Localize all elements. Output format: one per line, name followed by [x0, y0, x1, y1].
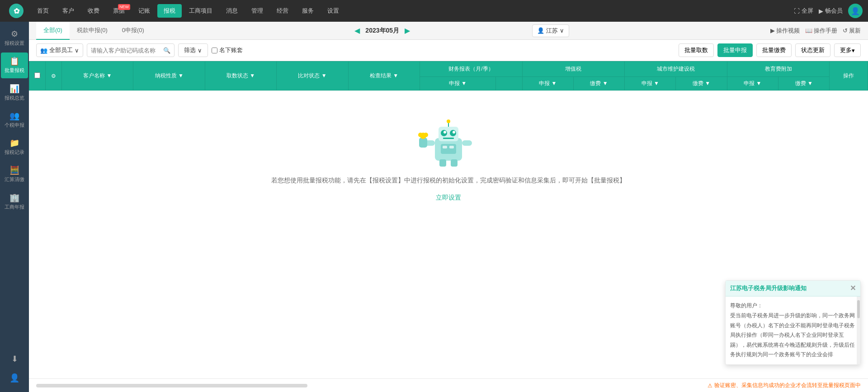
notification-scrollbar[interactable] [857, 296, 860, 364]
date-next-button[interactable]: ▶ [403, 24, 412, 37]
sort-icon-4[interactable]: ▼ [321, 72, 327, 79]
person-icon: 👤 [537, 27, 544, 34]
sort-icon-3[interactable]: ▼ [250, 72, 255, 79]
checkbox-label-subaccount[interactable]: 名下账套 [212, 46, 243, 54]
nav-invoice[interactable]: 票据 NEW [107, 4, 131, 18]
sidebar-label-batch-tax: 批量报税 [5, 67, 24, 73]
fullscreen-icon: ⛶ [794, 8, 800, 14]
operation-video-button[interactable]: ▶ 操作视频 [770, 27, 800, 35]
sidebar-item-batch-tax[interactable]: 📋 批量报税 [1, 53, 28, 78]
sort-icon-8[interactable]: ▼ [603, 80, 608, 86]
sort-icon-5[interactable]: ▼ [393, 72, 398, 79]
sidebar-item-tax-records[interactable]: 📁 报税记录 [1, 134, 28, 160]
nav-service[interactable]: 服务 [296, 4, 320, 18]
tab-tax-declaration[interactable]: 税款申报(0) [70, 22, 115, 40]
batch-declare-button[interactable]: 批量申报 [717, 43, 753, 57]
filter-button[interactable]: 筛选 ∨ [178, 43, 208, 57]
toolbar-right-buttons: 批量取数 批量申报 批量缴费 状态更新 更多 ▾ [679, 43, 861, 57]
sidebar-item-tax-overview[interactable]: 📊 报税总览 [1, 80, 28, 105]
tax-settings-icon: ⚙ [11, 30, 18, 38]
tab-zero-declaration[interactable]: 0申报(0) [115, 22, 151, 40]
current-date: 2023年05月 [365, 27, 399, 35]
notification-scroll-thumb [857, 300, 860, 318]
column-settings-icon[interactable]: ⚙ [51, 73, 56, 79]
chevron-icon: ∨ [75, 47, 79, 54]
user-avatar[interactable]: 👤 [848, 4, 863, 18]
nav-accounting[interactable]: 记账 [132, 4, 156, 18]
col-city-tax: 城市维护建设税 [625, 62, 727, 77]
sort-icon-6[interactable]: ▼ [461, 80, 467, 86]
more-chevron-icon: ▾ [852, 47, 855, 54]
sort-icon-12[interactable]: ▼ [807, 80, 813, 86]
sidebar-download[interactable]: ⬇ [1, 350, 28, 368]
batch-pay-button[interactable]: 批量缴费 [756, 43, 792, 57]
col-check-result: 检查结果 ▼ [348, 62, 420, 91]
svg-point-8 [447, 120, 450, 123]
search-icon[interactable]: 🔍 [163, 47, 170, 54]
nav-tax[interactable]: 报税 [157, 4, 182, 18]
col-vat-declare: 申报 ▼ [522, 77, 573, 91]
sidebar-label-settlement: 汇算清缴 [5, 176, 24, 182]
search-input[interactable] [91, 47, 163, 54]
sort-icon-2[interactable]: ▼ [178, 72, 184, 79]
sidebar-bottom: ⬇ 👤 [1, 350, 28, 392]
subaccount-checkbox[interactable] [212, 48, 217, 53]
select-all-checkbox[interactable] [34, 72, 40, 78]
sort-icon-9[interactable]: ▼ [654, 80, 659, 86]
sort-icon-7[interactable]: ▼ [551, 80, 557, 86]
top-navigation: ✿ 首页 客户 收费 票据 NEW 记账 报税 工商项目 消息 管理 经营 服务… [0, 0, 868, 22]
refresh-button[interactable]: ↺ 展新 [843, 27, 861, 35]
nav-customer[interactable]: 客户 [56, 4, 80, 18]
sort-icon-11[interactable]: ▼ [756, 80, 762, 86]
sort-icon[interactable]: ▼ [106, 72, 112, 79]
col-tax-type: 纳税性质 ▼ [133, 62, 205, 91]
sidebar-item-personal-tax[interactable]: 👥 个税申报 [1, 107, 28, 133]
nav-menu: 首页 客户 收费 票据 NEW 记账 报税 工商项目 消息 管理 经营 服务 设… [31, 4, 794, 18]
right-controls: ▶ 操作视频 📖 操作手册 ↺ 展新 [770, 27, 861, 35]
sidebar-label-tax-overview: 报税总览 [5, 95, 24, 101]
status-update-button[interactable]: 状态更新 [795, 43, 830, 57]
nav-settings[interactable]: 设置 [321, 4, 345, 18]
logo[interactable]: ✿ [5, 0, 27, 22]
svg-rect-17 [441, 144, 456, 154]
nav-home[interactable]: 首页 [31, 4, 55, 18]
fullscreen-button[interactable]: ⛶ 全屏 [794, 7, 813, 15]
logo-icon: ✿ [9, 4, 24, 18]
notification-text: 尊敬的用户： 受当前电子税务局进一步升级的影响，同一个政务网账号（办税人）名下的… [730, 301, 856, 360]
region-selector[interactable]: 👤 江苏 ∨ [532, 24, 569, 37]
sidebar-label-tax-records: 报税记录 [5, 149, 24, 155]
sidebar-item-settlement[interactable]: 🧮 汇算清缴 [1, 162, 28, 187]
bottom-warning: ⚠ 验证账密、采集信息均成功的企业才会流转至批量报税页面中 [708, 382, 861, 389]
vip-button[interactable]: ▶ 畅会员 [819, 7, 843, 15]
col-city-pay: 缴费 ▼ [676, 77, 727, 91]
date-navigation: ◀ 2023年05月 ▶ [353, 24, 412, 37]
sidebar-item-annual-report[interactable]: 🏢 工商年报 [1, 189, 28, 215]
more-button[interactable]: 更多 ▾ [834, 43, 861, 57]
svg-point-4 [443, 131, 446, 134]
svg-rect-10 [462, 140, 472, 146]
employee-select[interactable]: 👥 全部员工 ∨ [36, 43, 83, 57]
sort-icon-10[interactable]: ▼ [705, 80, 710, 86]
setup-link[interactable]: 立即设置 [436, 194, 461, 202]
col-compare-status: 比对状态 ▼ [277, 62, 348, 91]
search-box: 🔍 [87, 43, 175, 57]
sidebar-item-tax-settings[interactable]: ⚙ 报税设置 [1, 25, 28, 51]
svg-rect-18 [443, 146, 447, 148]
nav-business[interactable]: 工商项目 [183, 4, 219, 18]
operation-manual-button[interactable]: 📖 操作手册 [805, 27, 837, 35]
notification-close-button[interactable]: ✕ [850, 285, 856, 292]
video-icon: ▶ [770, 27, 775, 34]
nav-message[interactable]: 消息 [220, 4, 244, 18]
nav-fee[interactable]: 收费 [81, 4, 106, 18]
date-prev-button[interactable]: ◀ [353, 24, 362, 37]
nav-manage[interactable]: 管理 [245, 4, 269, 18]
nav-operation[interactable]: 经营 [270, 4, 295, 18]
batch-fetch-button[interactable]: 批量取数 [679, 43, 714, 57]
horizontal-scrollbar[interactable] [36, 384, 307, 387]
col-operation: 操作 [830, 62, 868, 91]
tab-all[interactable]: 全部(0) [36, 22, 70, 40]
chevron-down-icon: ∨ [560, 27, 564, 34]
sidebar-label-personal-tax: 个税申报 [5, 122, 24, 128]
svg-rect-12 [451, 159, 458, 167]
sidebar-user[interactable]: 👤 [1, 369, 28, 387]
